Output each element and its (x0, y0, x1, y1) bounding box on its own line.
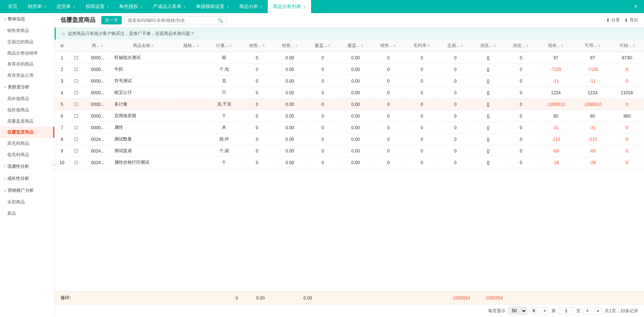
cell-browse1[interactable]: 0 (472, 145, 504, 157)
last-page-button[interactable]: » (594, 307, 602, 314)
cell-checkbox[interactable]: ☐ (70, 52, 83, 64)
sidebar-section-营销推广分析[interactable]: ∨营销推广分析 (0, 185, 54, 197)
col-header-spec[interactable]: 规格...⇅ (175, 40, 208, 52)
cell-checkbox[interactable]: ☐ (70, 157, 83, 169)
cell-browse1[interactable]: 0 (472, 122, 504, 134)
nav-close-icon[interactable]: × (107, 4, 109, 9)
sidebar-collapse-button[interactable]: « (51, 162, 58, 169)
cell-sales2: 0.00 (274, 110, 306, 122)
sidebar-item-低覆盖度商品[interactable]: 低覆盖度商品 (0, 127, 54, 138)
sidebar-item-高价值商品[interactable]: 高价值商品 (0, 93, 54, 104)
col-header-sales1[interactable]: 销售...⇅ (240, 40, 273, 52)
nav-item-单据模板设置[interactable]: 单据模板设置× (191, 0, 234, 13)
search-icon[interactable]: 🔍 (218, 18, 223, 23)
col-header-current[interactable]: 现有...⇅ (538, 40, 574, 52)
cell-browse1[interactable]: 0 (472, 64, 504, 75)
cell-browse1[interactable]: 0 (472, 52, 504, 64)
sidebar-item-库存资金占用[interactable]: 库存资金占用 (0, 70, 54, 81)
col-header-browse1[interactable]: 浏览...⇅ (472, 40, 504, 52)
sidebar-item-低价值商品[interactable]: 低价值商品 (0, 104, 54, 116)
nav-close-icon[interactable]: × (227, 4, 229, 9)
col-header-sales2[interactable]: 销售...⇅ (274, 40, 306, 52)
col-header-setting: ⚙ (55, 40, 70, 52)
cell-checkbox[interactable]: ☐ (70, 110, 83, 122)
cell-browse1[interactable]: 0 (472, 75, 504, 87)
per-page-select[interactable]: 2050100 (508, 307, 527, 315)
col-header-cover1[interactable]: 覆盖...⇅ (306, 40, 339, 52)
sidebar-item-高毛利商品[interactable]: 高毛利商品 (0, 138, 54, 149)
sidebar-section-成长性分析[interactable]: >成长性分析 (0, 173, 54, 185)
nav-close-icon[interactable]: × (73, 4, 75, 9)
cell-name: 测试数量 (112, 134, 175, 145)
cell-browse1[interactable]: 0 (472, 134, 504, 145)
cell-checkbox[interactable]: ☐ (70, 64, 83, 75)
nav-item-销货单[interactable]: 销货单× (23, 0, 51, 13)
nav-item-进货单[interactable]: 进货单× (51, 0, 80, 13)
cell-browse1[interactable]: 0 (472, 87, 504, 99)
cell-browse1[interactable]: 0 (472, 110, 504, 122)
cell-checkbox[interactable]: ☐ (70, 134, 83, 145)
sidebar-item-销售类商品[interactable]: 销售类商品 (0, 25, 54, 36)
col-header-trade[interactable]: 交易...⇅ (439, 40, 472, 52)
nav-item-权限设置[interactable]: 权限设置× (80, 0, 114, 13)
col-header-sales3[interactable]: 销售...⇅ (372, 40, 405, 52)
cell-browse1[interactable]: 0 (472, 99, 504, 110)
sidebar-section-流通性分析[interactable]: >流通性分析 (0, 161, 54, 173)
col-header-cover2[interactable]: 覆盖...⇅ (339, 40, 372, 52)
close-all-button[interactable]: × (631, 3, 641, 10)
nav-close-icon[interactable]: × (260, 4, 263, 9)
nav-item-角色授权[interactable]: 角色授权× (114, 0, 148, 13)
col-header-available[interactable]: 可用...⇅ (574, 40, 611, 52)
cell-browse1[interactable]: 0 (472, 157, 504, 169)
nav-item-产成品入库单[interactable]: 产成品入库单× (148, 0, 191, 13)
export-button[interactable]: ⬇ 导出 (624, 17, 638, 23)
col-header-name[interactable]: 商品名称⇅ (112, 40, 175, 52)
col-header-code[interactable]: 商...⇅ (83, 40, 112, 52)
time-filter-button[interactable]: 近一月 (101, 16, 122, 24)
cell-checkbox[interactable]: ☐ (70, 122, 83, 134)
nav-close-icon[interactable]: × (303, 4, 306, 9)
prev-page-button[interactable]: < (541, 307, 549, 314)
cell-sales3: 0 (372, 99, 405, 110)
cell-sales2: 0.00 (274, 99, 306, 110)
first-page-button[interactable]: K (530, 307, 538, 314)
sidebar-section-类群度分析[interactable]: ∨类群度分析 (0, 81, 54, 93)
total-cell-5 (200, 296, 226, 301)
nav-close-icon[interactable]: × (44, 4, 46, 9)
cell-margin: 0 (405, 99, 439, 110)
cell-unit: 个,袋 (208, 145, 240, 157)
col-header-unit[interactable]: 计量...⇅ (208, 40, 240, 52)
col-header-sellable[interactable]: 可销...⇅ (611, 40, 644, 52)
cell-sellable: 8730: (611, 52, 644, 64)
sidebar-item-高覆盖度商品[interactable]: 高覆盖度商品 (0, 116, 54, 127)
cell-checkbox[interactable]: ☐ (70, 75, 83, 87)
col-header-browse2[interactable]: 浏览...⇅ (504, 40, 537, 52)
next-page-button[interactable]: > (584, 307, 591, 314)
nav-item-首页[interactable]: 首页 (3, 0, 23, 13)
nav-close-icon[interactable]: × (184, 4, 186, 9)
nav-item-商品分析列表[interactable]: 商品分析列表× (268, 0, 311, 13)
sidebar-section-整体信息[interactable]: ∨整体信息 (0, 13, 54, 25)
total-cell-11 (342, 296, 368, 301)
nav-close-icon[interactable]: × (140, 4, 142, 9)
sidebar-item-商品分类动销率[interactable]: 商品分类动销率 (0, 48, 54, 59)
nav-item-商品分析[interactable]: 商品分析× (234, 0, 268, 13)
sidebar-item-新品[interactable]: 新品 (0, 208, 54, 219)
current-page-input[interactable]: 1 (559, 307, 573, 314)
cell-checkbox[interactable]: ☐ (70, 87, 83, 99)
per-page-label: 每页显示 (488, 308, 506, 314)
sidebar-item-低毛利商品[interactable]: 低毛利商品 (0, 149, 54, 161)
sidebar-item-有库存的商品[interactable]: 有库存的商品 (0, 59, 54, 70)
share-button[interactable]: ⬆ 分享 (606, 17, 620, 23)
cell-cover2: 0.00 (339, 99, 372, 110)
top-nav: 首页销货单×进货单×权限设置×角色授权×产成品入库单×单据模板设置×商品分析×商… (0, 0, 644, 13)
search-input[interactable] (128, 18, 216, 23)
col-header-margin[interactable]: 毛利率⇅ (405, 40, 439, 52)
cell-cover1: 0 (306, 75, 339, 87)
sidebar-item-全部商品[interactable]: 全部商品 (0, 197, 54, 208)
cell-checkbox[interactable]: ☐ (70, 99, 83, 110)
cell-sales2: 0.00 (274, 122, 306, 134)
sidebar-item-交易过的商品[interactable]: 交易过的商品 (0, 36, 54, 48)
cell-setting: 8 (55, 134, 70, 145)
cell-checkbox[interactable]: ☐ (70, 145, 83, 157)
